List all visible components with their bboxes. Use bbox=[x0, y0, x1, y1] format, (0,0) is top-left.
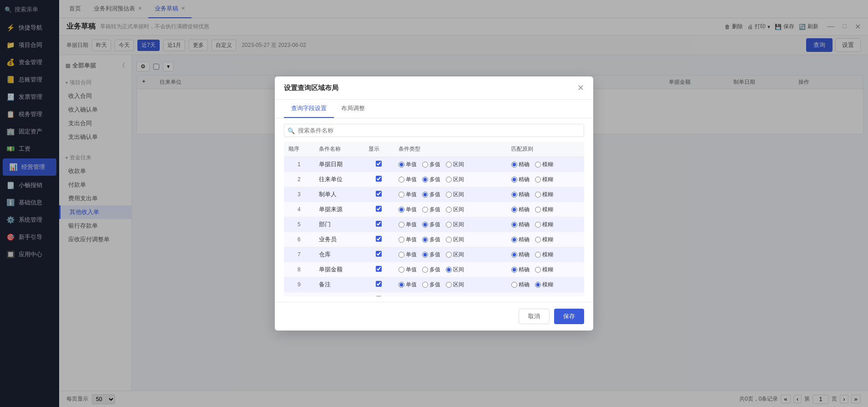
display-checkbox-7[interactable] bbox=[376, 251, 382, 257]
type-option-7-2[interactable]: 区间 bbox=[446, 251, 464, 259]
type-option-7-1[interactable]: 多值 bbox=[422, 251, 440, 259]
type-option-2-0[interactable]: 单值 bbox=[399, 176, 417, 183]
type-option-6-1[interactable]: 多值 bbox=[422, 236, 440, 244]
type-option-5-1[interactable]: 多值 bbox=[422, 221, 440, 229]
cell-name-8: 单据金额 bbox=[314, 262, 364, 277]
type-option-9-0[interactable]: 单值 bbox=[399, 281, 417, 289]
type-option-1-1[interactable]: 多值 bbox=[422, 161, 440, 168]
type-option-6-0[interactable]: 单值 bbox=[399, 236, 417, 244]
match-option-6-1[interactable]: 模糊 bbox=[535, 236, 553, 244]
match-option-7-1[interactable]: 模糊 bbox=[535, 251, 553, 259]
dialog-close-button[interactable]: ✕ bbox=[577, 83, 584, 93]
th-type: 条件类型 bbox=[394, 142, 507, 157]
dialog-table-body: 1单据日期单值多值区间精确模糊2往来单位单值多值区间精确模糊3制单人单值多值区间… bbox=[284, 157, 584, 297]
match-option-9-1[interactable]: 模糊 bbox=[535, 281, 553, 289]
cell-display-4 bbox=[364, 202, 394, 217]
display-checkbox-3[interactable] bbox=[376, 191, 382, 197]
match-option-1-0[interactable]: 精确 bbox=[511, 161, 530, 168]
match-option-1-1[interactable]: 模糊 bbox=[535, 161, 553, 168]
tab-layout-adjust[interactable]: 布局调整 bbox=[334, 100, 372, 118]
cell-order-10: 10 bbox=[284, 292, 314, 297]
match-option-10-0[interactable]: 精确 bbox=[511, 296, 530, 297]
cell-type-2: 单值多值区间 bbox=[394, 172, 507, 187]
cell-display-5 bbox=[364, 217, 394, 232]
type-option-3-0[interactable]: 单值 bbox=[399, 191, 417, 198]
match-option-8-1[interactable]: 模糊 bbox=[535, 266, 553, 274]
save-button[interactable]: 保存 bbox=[554, 309, 584, 324]
settings-dialog: 设置查询区域布局 ✕ 查询字段设置 布局调整 🔍 顺序 条件 bbox=[275, 76, 593, 331]
cancel-button[interactable]: 取消 bbox=[519, 309, 550, 324]
type-option-6-2[interactable]: 区间 bbox=[446, 236, 464, 244]
match-option-2-1[interactable]: 模糊 bbox=[535, 176, 553, 183]
type-option-2-1[interactable]: 多值 bbox=[422, 176, 440, 183]
cell-order-4: 4 bbox=[284, 202, 314, 217]
cell-name-5: 部门 bbox=[314, 217, 364, 232]
type-option-1-0[interactable]: 单值 bbox=[399, 161, 417, 168]
cell-type-1: 单值多值区间 bbox=[394, 157, 507, 172]
display-checkbox-1[interactable] bbox=[376, 161, 382, 167]
dialog-search-icon: 🔍 bbox=[288, 127, 295, 134]
table-row: 5部门单值多值区间精确模糊 bbox=[284, 217, 584, 232]
match-option-9-0[interactable]: 精确 bbox=[511, 281, 530, 289]
cell-type-6: 单值多值区间 bbox=[394, 232, 507, 247]
cell-match-10: 精确模糊 bbox=[507, 292, 584, 297]
display-checkbox-4[interactable] bbox=[376, 206, 382, 212]
type-option-9-2[interactable]: 区间 bbox=[446, 281, 464, 289]
display-checkbox-10[interactable] bbox=[376, 296, 382, 296]
match-option-4-0[interactable]: 精确 bbox=[511, 206, 530, 214]
match-option-3-0[interactable]: 精确 bbox=[511, 191, 530, 198]
table-row: 4单据来源单值多值区间精确模糊 bbox=[284, 202, 584, 217]
dialog-body: 🔍 顺序 条件名称 显示 条件类型 匹配原则 1单据日期 bbox=[275, 118, 593, 302]
type-option-7-0[interactable]: 单值 bbox=[399, 251, 417, 259]
type-option-5-0[interactable]: 单值 bbox=[399, 221, 417, 229]
cell-type-9: 单值多值区间 bbox=[394, 277, 507, 292]
type-option-2-2[interactable]: 区间 bbox=[446, 176, 464, 183]
cell-name-4: 单据来源 bbox=[314, 202, 364, 217]
display-checkbox-5[interactable] bbox=[376, 221, 382, 227]
type-option-9-1[interactable]: 多值 bbox=[422, 281, 440, 289]
cell-match-7: 精确模糊 bbox=[507, 247, 584, 262]
type-option-8-2[interactable]: 区间 bbox=[446, 266, 464, 274]
match-option-10-1[interactable]: 模糊 bbox=[535, 296, 553, 297]
dialog-table-scroll: 顺序 条件名称 显示 条件类型 匹配原则 1单据日期单值多值区间精确模糊2往来单… bbox=[284, 142, 584, 296]
type-option-4-0[interactable]: 单值 bbox=[399, 206, 417, 214]
type-option-8-0[interactable]: 单值 bbox=[399, 266, 417, 274]
tab-field-settings[interactable]: 查询字段设置 bbox=[284, 100, 334, 118]
match-option-2-0[interactable]: 精确 bbox=[511, 176, 530, 183]
match-option-7-0[interactable]: 精确 bbox=[511, 251, 530, 259]
cell-order-3: 3 bbox=[284, 187, 314, 202]
type-option-4-1[interactable]: 多值 bbox=[422, 206, 440, 214]
type-option-10-2[interactable]: 区间 bbox=[446, 296, 464, 297]
cell-type-3: 单值多值区间 bbox=[394, 187, 507, 202]
match-option-8-0[interactable]: 精确 bbox=[511, 266, 530, 274]
cell-order-2: 2 bbox=[284, 172, 314, 187]
cell-name-6: 业务员 bbox=[314, 232, 364, 247]
cell-display-10 bbox=[364, 292, 394, 297]
type-option-3-1[interactable]: 多值 bbox=[422, 191, 440, 198]
display-checkbox-8[interactable] bbox=[376, 266, 382, 272]
cell-match-8: 精确模糊 bbox=[507, 262, 584, 277]
cell-match-2: 精确模糊 bbox=[507, 172, 584, 187]
cell-display-9 bbox=[364, 277, 394, 292]
dialog-search-input[interactable] bbox=[284, 124, 584, 137]
type-option-4-2[interactable]: 区间 bbox=[446, 206, 464, 214]
match-option-3-1[interactable]: 模糊 bbox=[535, 191, 553, 198]
cell-name-3: 制单人 bbox=[314, 187, 364, 202]
match-option-6-0[interactable]: 精确 bbox=[511, 236, 530, 244]
type-option-1-2[interactable]: 区间 bbox=[446, 161, 464, 168]
match-option-5-1[interactable]: 模糊 bbox=[535, 221, 553, 229]
cell-type-10: 单值多值区间 bbox=[394, 292, 507, 297]
match-option-4-1[interactable]: 模糊 bbox=[535, 206, 553, 214]
type-option-10-1[interactable]: 多值 bbox=[422, 296, 440, 297]
match-option-5-0[interactable]: 精确 bbox=[511, 221, 530, 229]
type-option-8-1[interactable]: 多值 bbox=[422, 266, 440, 274]
type-option-3-2[interactable]: 区间 bbox=[446, 191, 464, 198]
display-checkbox-2[interactable] bbox=[376, 176, 382, 182]
table-row: 10单据编号单值多值区间精确模糊 bbox=[284, 292, 584, 297]
display-checkbox-9[interactable] bbox=[376, 281, 382, 287]
cell-display-7 bbox=[364, 247, 394, 262]
type-option-5-2[interactable]: 区间 bbox=[446, 221, 464, 229]
type-option-10-0[interactable]: 单值 bbox=[399, 296, 417, 297]
display-checkbox-6[interactable] bbox=[376, 236, 382, 242]
cell-display-8 bbox=[364, 262, 394, 277]
